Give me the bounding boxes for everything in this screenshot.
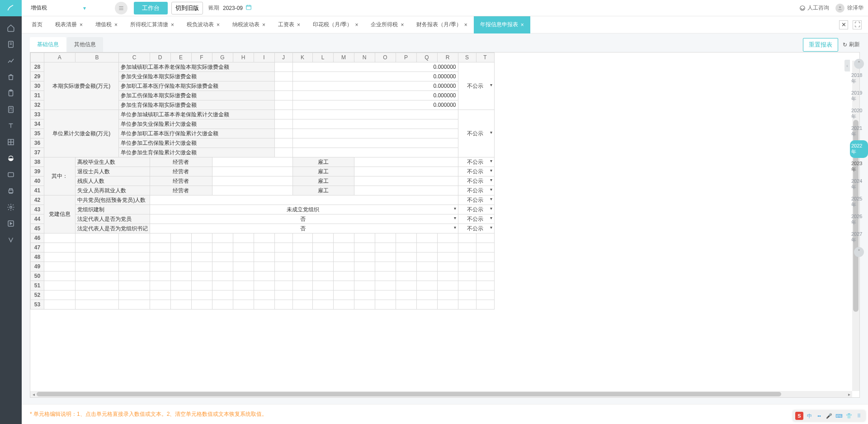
tab-1[interactable]: 税表清册× (49, 16, 89, 17)
period-value[interactable]: 2023-09 (223, 5, 243, 11)
top-header: 增值税 ▾ 工作台 切到旧版 账期 2023-09 人工咨询 徐泽华 (0, 0, 868, 16)
tab-3[interactable]: 所得税汇算清缴× (124, 16, 180, 17)
tab-7[interactable]: 印花税（月/季）× (307, 16, 364, 17)
svg-point-4 (800, 5, 805, 10)
svg-rect-3 (246, 5, 251, 10)
tab-10[interactable]: 年报信息申报表× (474, 16, 530, 17)
consult-label: 人工咨询 (807, 4, 829, 12)
consult-link[interactable]: 人工咨询 (799, 4, 829, 12)
tab-8[interactable]: 企业所得税× (364, 16, 410, 17)
user-menu[interactable]: 徐泽华 (835, 4, 863, 13)
app-logo[interactable] (0, 0, 22, 16)
chevron-down-icon: ▾ (83, 5, 86, 11)
period-label: 账期 (208, 4, 219, 12)
header-right: 人工咨询 徐泽华 (799, 4, 863, 13)
tab-0[interactable]: 首页 (25, 16, 49, 17)
tab-9[interactable]: 财务报表（月/季）× (410, 16, 473, 17)
switch-old-button[interactable]: 切到旧版 (171, 2, 203, 14)
user-name: 徐泽华 (847, 4, 863, 12)
svg-rect-2 (119, 9, 123, 10)
list-icon-button[interactable] (115, 2, 127, 14)
company-name: 增值税 (31, 4, 47, 12)
company-select[interactable]: 增值税 ▾ (22, 4, 112, 12)
tab-2[interactable]: 增值税× (89, 16, 124, 17)
svg-point-5 (839, 6, 841, 8)
tab-4[interactable]: 税负波动表× (180, 16, 226, 17)
svg-rect-0 (119, 6, 123, 6)
calendar-icon[interactable] (245, 4, 252, 12)
tab-6[interactable]: 工资表× (272, 16, 307, 17)
workbench-button[interactable]: 工作台 (134, 2, 168, 14)
svg-rect-1 (119, 8, 123, 8)
avatar-icon (835, 4, 844, 13)
tab-5[interactable]: 纳税波动表× (226, 16, 272, 17)
